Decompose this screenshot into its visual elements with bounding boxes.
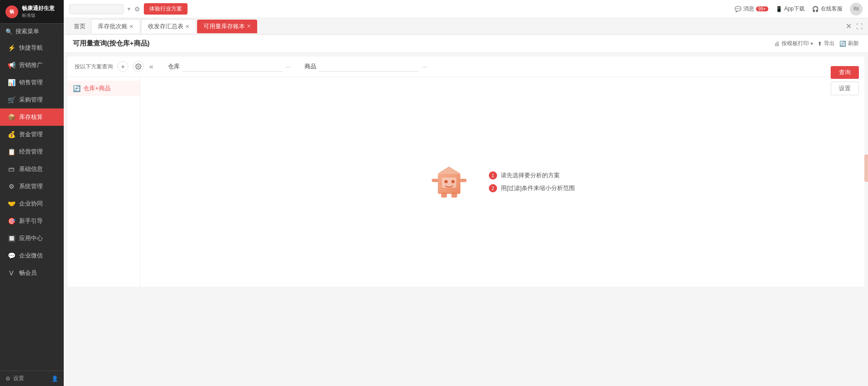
sidebar-item-quick-nav[interactable]: ⚡快捷导航 — [0, 39, 64, 57]
tab-label-deposit-summary: 收发存汇总表 — [148, 22, 183, 31]
nav-label-inventory: 库存核算 — [19, 113, 43, 121]
brand-name: 畅康通好生意 — [22, 5, 55, 12]
nav-icon-inventory: 📦 — [7, 113, 15, 121]
refresh-icon: 🔄 — [839, 41, 846, 47]
filter-label: 按以下方案查询 — [75, 63, 113, 71]
sidebar-item-basics[interactable]: 🗃基础信息 — [0, 160, 64, 178]
sidebar-item-wechat[interactable]: 💬企业微信 — [0, 247, 64, 264]
sidebar-item-purchase[interactable]: 🛒采购管理 — [0, 91, 64, 108]
tab-close-available-ledger[interactable]: ✕ — [247, 23, 251, 29]
nav-label-purchase: 采购管理 — [19, 96, 43, 104]
topbar-gear-icon[interactable]: ⚙ — [134, 5, 140, 13]
scheme-icon: 🔄 — [73, 85, 81, 92]
export-btn[interactable]: ⬆ 导出 — [817, 40, 835, 47]
settings-button[interactable]: 设置 — [831, 82, 859, 95]
warehouse-input[interactable] — [183, 62, 283, 72]
page-header: 可用量查询(按仓库+商品) 🖨 按模板打印 ▾ ⬆ 导出 🔄 刷新 — [64, 35, 868, 53]
nav-label-marketing: 营销推广 — [19, 61, 43, 69]
nav-icon-marketing: 📢 — [7, 62, 15, 69]
config-btn[interactable] — [133, 61, 144, 72]
warehouse-more-btn[interactable]: ··· — [285, 63, 291, 70]
warehouse-filter: 仓库 ··· — [168, 62, 291, 72]
sidebar-item-onboarding[interactable]: 🎯新手引导 — [0, 212, 64, 230]
sidebar-item-sales[interactable]: 📊销售管理 — [0, 74, 64, 91]
sidebar-item-enterprise[interactable]: 🤝企业协同 — [0, 195, 64, 212]
nav-icon-basics: 🗃 — [7, 165, 15, 173]
svg-point-0 — [137, 66, 139, 67]
sidebar-item-system[interactable]: ⚙系统管理 — [0, 178, 64, 195]
tabs-right: ✕ ⛶ — [843, 21, 863, 31]
sidebar-search[interactable]: 🔍 搜索菜单 — [0, 24, 64, 39]
empty-tip-1: 1 请先选择要分析的方案 — [489, 171, 575, 180]
print-template-btn[interactable]: 🖨 按模板打印 ▾ — [774, 40, 813, 47]
empty-tips: 1 请先选择要分析的方案 2 用[过滤]条件来缩小分析范围 — [489, 171, 575, 192]
add-scheme-btn[interactable]: + — [117, 61, 128, 72]
svg-rect-8 — [441, 193, 447, 198]
topbar-search-input[interactable] — [69, 4, 124, 14]
sidebar-item-operations[interactable]: 📋经营管理 — [0, 143, 64, 160]
sidebar-item-inventory[interactable]: 📦库存核算 — [0, 108, 64, 126]
sidebar-nav: ⚡快捷导航📢营销推广📊销售管理🛒采购管理📦库存核算💰资金管理📋经营管理🗃基础信息… — [0, 39, 64, 371]
refresh-btn[interactable]: 🔄 刷新 — [839, 40, 859, 47]
topbar: ▾ ⚙ 体验行业方案 💬 消息 99+ 📱 App下载 🎧 在线客服 Rit — [64, 0, 868, 18]
tab-close-batch-ledger[interactable]: ✕ — [129, 24, 133, 30]
nav-label-finance: 资金管理 — [19, 130, 43, 139]
sidebar-header: 畅 畅康通好生意 标准版 — [0, 0, 64, 24]
scheme-item-warehouse-goods[interactable]: 🔄 仓库+商品 — [67, 81, 140, 96]
empty-state: 1 请先选择要分析的方案 2 用[过滤]条件来缩小分析范围 — [430, 159, 575, 205]
collapse-btn[interactable]: « — [148, 62, 154, 72]
online-service-label: 在线客服 — [821, 5, 843, 13]
message-item[interactable]: 💬 消息 99+ — [735, 5, 768, 13]
message-badge: 99+ — [756, 6, 768, 11]
tab-label-available-ledger: 可用量库存账本 — [203, 22, 245, 31]
tab-close-deposit-summary[interactable]: ✕ — [185, 24, 189, 30]
app-download-item[interactable]: 📱 App下载 — [776, 5, 805, 13]
phone-icon: 📱 — [776, 6, 782, 12]
right-scrollbar[interactable] — [864, 154, 868, 182]
goods-filter: 商品 ··· — [305, 62, 427, 72]
sidebar-logo: 畅 — [5, 5, 18, 18]
goods-label: 商品 — [305, 62, 316, 71]
export-icon: ⬆ — [817, 41, 822, 47]
page-header-actions: 🖨 按模板打印 ▾ ⬆ 导出 🔄 刷新 — [774, 40, 859, 47]
message-label: 消息 — [743, 5, 754, 13]
nav-label-sales: 销售管理 — [19, 78, 43, 87]
svg-point-5 — [452, 180, 455, 183]
online-service-item[interactable]: 🎧 在线客服 — [812, 5, 843, 13]
dropdown-icon[interactable]: ▾ — [127, 5, 131, 12]
tab-close-all-btn[interactable]: ✕ — [843, 21, 854, 31]
tab-available-ledger[interactable]: 可用量库存账本✕ — [197, 20, 257, 33]
app-download-label: App下载 — [784, 5, 805, 13]
topbar-right: 💬 消息 99+ 📱 App下载 🎧 在线客服 Rit — [735, 3, 863, 15]
svg-point-4 — [444, 180, 447, 183]
warehouse-label: 仓库 — [168, 62, 180, 71]
nav-label-quick-nav: 快捷导航 — [19, 44, 43, 52]
nav-label-wechat: 企业微信 — [19, 252, 43, 260]
nav-label-app-center: 应用中心 — [19, 234, 43, 242]
query-button[interactable]: 查询 — [831, 66, 859, 79]
trial-btn[interactable]: 体验行业方案 — [144, 3, 188, 15]
search-icon: 🔍 — [5, 28, 13, 35]
filter-bar: 按以下方案查询 + « 仓库 ··· 商品 ··· — [67, 57, 864, 77]
tab-deposit-summary[interactable]: 收发存汇总表✕ — [141, 19, 196, 33]
tab-batch-ledger[interactable]: 库存批次账✕ — [91, 19, 140, 33]
tab-home[interactable]: 首页 — [69, 20, 90, 33]
nav-label-enterprise: 企业协同 — [19, 200, 43, 208]
page-content: 可用量查询(按仓库+商品) 🖨 按模板打印 ▾ ⬆ 导出 🔄 刷新 — [64, 35, 868, 386]
nav-label-system: 系统管理 — [19, 182, 43, 190]
nav-icon-operations: 📋 — [7, 148, 15, 155]
scheme-item-label: 仓库+商品 — [83, 84, 111, 93]
sidebar-bottom[interactable]: ⚙ 设置 👤 — [0, 371, 64, 386]
goods-input[interactable] — [319, 62, 419, 72]
chevron-down-icon: ▾ — [811, 41, 813, 46]
sidebar-item-member[interactable]: V畅会员 — [0, 264, 64, 282]
tab-expand-btn[interactable]: ⛶ — [856, 23, 863, 30]
sidebar-item-app-center[interactable]: 🔲应用中心 — [0, 230, 64, 247]
goods-more-btn[interactable]: ··· — [422, 63, 427, 70]
nav-icon-system: ⚙ — [7, 183, 15, 190]
sidebar-item-marketing[interactable]: 📢营销推广 — [0, 57, 64, 74]
sidebar-search-label: 搜索菜单 — [15, 27, 39, 36]
sidebar-item-finance[interactable]: 💰资金管理 — [0, 126, 64, 143]
action-buttons: 查询 设置 — [831, 66, 859, 95]
user-avatar-topbar[interactable]: Rit — [850, 3, 863, 15]
